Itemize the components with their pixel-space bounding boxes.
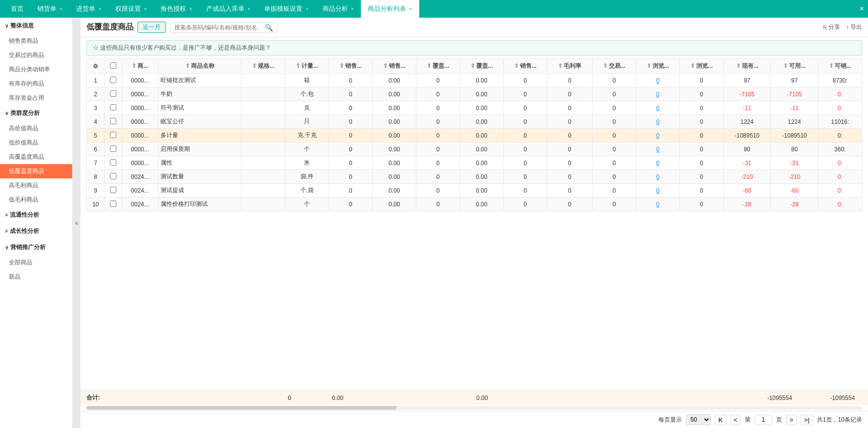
nav-tab-销货单[interactable]: 销货单×: [30, 0, 69, 18]
close-tab-icon[interactable]: ×: [351, 0, 354, 18]
export-btn[interactable]: ↑ 导出: [846, 23, 862, 31]
sidebar-section-成长性分析[interactable]: >成长性分析: [0, 223, 72, 239]
sidebar-section-流通性分析[interactable]: >流通性分析: [0, 207, 72, 223]
col-header-trade[interactable]: ⬆交易...: [593, 59, 636, 74]
prev-page-btn[interactable]: <: [730, 415, 741, 425]
row-sales-qty: 0: [329, 129, 373, 143]
sidebar-section-营销推广分析[interactable]: ∨营销推广分析: [0, 239, 72, 256]
search-icon[interactable]: 🔍: [265, 24, 273, 31]
browse-link[interactable]: 0: [656, 160, 660, 167]
row-checkbox[interactable]: [110, 173, 116, 179]
col-header-gross_margin[interactable]: ⬆毛利率: [547, 59, 592, 74]
sort-icon: ⬆: [383, 62, 388, 69]
row-checkbox[interactable]: [110, 145, 116, 152]
close-tab-icon[interactable]: ×: [144, 0, 147, 18]
browse-link[interactable]: 0: [656, 201, 660, 208]
col-header-browse2[interactable]: ⬆浏览...: [679, 59, 723, 74]
browse-link[interactable]: 0: [656, 77, 660, 84]
browse-link[interactable]: 0: [656, 118, 660, 125]
window-close-btn[interactable]: ×: [860, 4, 864, 13]
nav-tab-产成品入库单[interactable]: 产成品入库单×: [199, 0, 257, 18]
row-checkbox[interactable]: [110, 132, 116, 138]
browse-link[interactable]: 0: [656, 173, 660, 180]
col-header-sales_qty[interactable]: ⬆销售...: [329, 59, 373, 74]
sidebar-item-销售类商品[interactable]: 销售类商品: [0, 34, 72, 48]
row-trade: 0: [593, 129, 636, 143]
col-header-coverage2[interactable]: ⬆覆盖...: [460, 59, 504, 74]
sidebar-section-类群度分析[interactable]: ∨类群度分析: [0, 105, 72, 121]
row-checkbox[interactable]: [110, 187, 116, 193]
scrollbar-thumb[interactable]: [86, 406, 397, 410]
row-checkbox[interactable]: [110, 200, 116, 207]
row-browse1: 0: [636, 115, 679, 129]
col-header-unit[interactable]: ⬆计量...: [285, 59, 329, 74]
nav-tab-商品分析列表[interactable]: 商品分析列表×: [361, 0, 419, 18]
sidebar-item-高覆盖度商品[interactable]: 高覆盖度商品: [0, 150, 72, 164]
sidebar-item-低覆盖度商品[interactable]: 低覆盖度商品: [0, 164, 72, 178]
share-icon: ⎘: [823, 24, 827, 31]
share-btn[interactable]: ⎘ 分享: [823, 23, 840, 31]
col-header-name[interactable]: ⬆商品名称: [158, 59, 242, 74]
per-page-select[interactable]: 50 100: [686, 414, 711, 425]
row-checkbox[interactable]: [110, 118, 116, 124]
sidebar-item-高毛利商品[interactable]: 高毛利商品: [0, 178, 72, 193]
close-tab-icon[interactable]: ×: [409, 0, 412, 18]
sidebar-item-高价值商品[interactable]: 高价值商品: [0, 121, 72, 136]
nav-tab-商品分析[interactable]: 商品分析×: [316, 0, 361, 18]
select-all-checkbox[interactable]: [110, 62, 116, 69]
row-cov2: 0.00: [460, 74, 504, 87]
page-number-input[interactable]: [755, 415, 772, 425]
sidebar-item-库存资金占用[interactable]: 库存资金占用: [0, 91, 72, 105]
nav-tab-权限设置[interactable]: 权限设置×: [108, 0, 154, 18]
sidebar-collapse-btn[interactable]: «: [73, 18, 81, 428]
horizontal-scrollbar[interactable]: [86, 406, 862, 410]
nav-tab-角色授权[interactable]: 角色授权×: [154, 0, 199, 18]
row-checkbox[interactable]: [110, 90, 116, 97]
browse-link[interactable]: 0: [656, 187, 660, 194]
row-sales-qty: 0: [329, 74, 373, 87]
sidebar-item-商品分类动销率[interactable]: 商品分类动销率: [0, 62, 72, 77]
close-tab-icon[interactable]: ×: [305, 0, 308, 18]
browse-link[interactable]: 0: [656, 146, 660, 153]
row-sales3: 0: [503, 87, 547, 101]
col-header-code[interactable]: ⬆商...: [122, 59, 158, 74]
table-container[interactable]: ⚙⬆商...⬆商品名称⬆规格...⬆计量...⬆销售...⬆销售...⬆覆盖..…: [81, 58, 868, 390]
close-tab-icon[interactable]: ×: [247, 0, 250, 18]
sidebar-item-低毛利商品[interactable]: 低毛利商品: [0, 193, 72, 207]
col-header-current_stock[interactable]: ⬆现有...: [723, 59, 771, 74]
filter-period-btn[interactable]: 近一月: [137, 22, 166, 33]
browse-link[interactable]: 0: [656, 132, 660, 139]
col-header-saleable[interactable]: ⬆可销...: [818, 59, 862, 74]
sidebar-item-新品[interactable]: 新品: [0, 270, 72, 284]
close-tab-icon[interactable]: ×: [59, 0, 62, 18]
search-input[interactable]: [174, 24, 263, 31]
col-header-coverage1[interactable]: ⬆覆盖...: [416, 59, 460, 74]
col-header-sales_amt[interactable]: ⬆销售...: [373, 59, 416, 74]
col-header-available_stock[interactable]: ⬆可用...: [771, 59, 818, 74]
row-browse2: 0: [679, 87, 723, 101]
col-header-browse1[interactable]: ⬆浏览...: [636, 59, 679, 74]
next-page-btn[interactable]: >: [786, 415, 797, 425]
first-page-btn[interactable]: K: [715, 415, 726, 425]
row-sales-amt: 0.00: [373, 101, 416, 115]
browse-link[interactable]: 0: [656, 91, 660, 98]
col-header-sales3[interactable]: ⬆销售...: [503, 59, 547, 74]
close-tab-icon[interactable]: ×: [98, 0, 101, 18]
row-checkbox[interactable]: [110, 104, 116, 111]
close-tab-icon[interactable]: ×: [189, 0, 192, 18]
sidebar-item-低价值商品[interactable]: 低价值商品: [0, 136, 72, 150]
nav-tab-单据模板设置[interactable]: 单据模板设置×: [257, 0, 315, 18]
nav-tab-首页[interactable]: 首页: [4, 0, 30, 18]
col-header-spec[interactable]: ⬆规格...: [242, 59, 285, 74]
sidebar-item-交易过的商品[interactable]: 交易过的商品: [0, 48, 72, 62]
sidebar-item-全部商品[interactable]: 全部商品: [0, 256, 72, 270]
sidebar-item-有库存的商品[interactable]: 有库存的商品: [0, 77, 72, 91]
row-checkbox[interactable]: [110, 77, 116, 83]
browse-link[interactable]: 0: [656, 105, 660, 112]
last-page-btn[interactable]: >|: [801, 415, 813, 425]
nav-tab-进货单[interactable]: 进货单×: [69, 0, 108, 18]
settings-icon[interactable]: ⚙: [93, 63, 98, 70]
row-sales-amt: 0.00: [373, 115, 416, 129]
sidebar-section-整体信息[interactable]: ∨整体信息: [0, 18, 72, 34]
row-checkbox[interactable]: [110, 159, 116, 166]
